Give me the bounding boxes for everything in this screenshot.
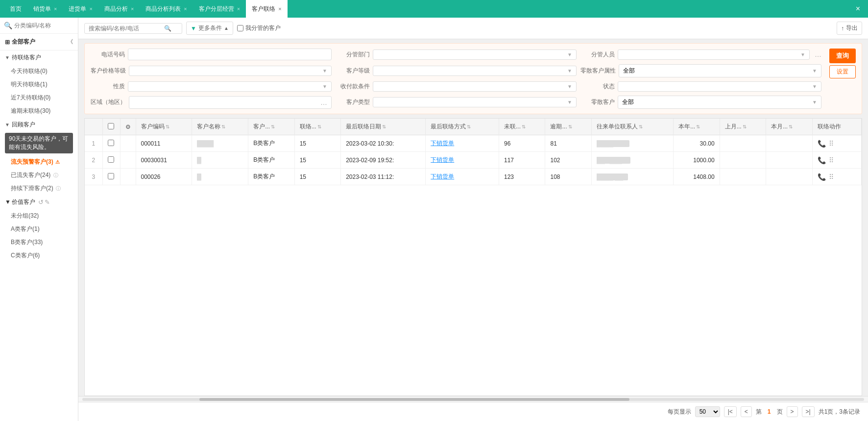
filter-panel: 电话号码 分管部门 ▼ 分管人员	[84, 43, 862, 114]
select-all-checkbox[interactable]	[108, 123, 114, 129]
phone-action-icon[interactable]: 📞	[818, 156, 826, 164]
nav-tab-analysis[interactable]: 商品分析 ×	[98, 0, 140, 18]
col-settings[interactable]: ⚙	[120, 119, 136, 135]
row-last-way[interactable]: 下销货单	[426, 152, 499, 169]
sidebar-item-a-class[interactable]: A类客户(1)	[0, 223, 78, 236]
sort-icon[interactable]: ⇅	[789, 124, 793, 129]
region-select[interactable]: …	[129, 96, 332, 109]
col-action: 联络动作	[812, 119, 861, 135]
phone-input[interactable]	[128, 49, 332, 60]
sidebar-section-value[interactable]: ▼ 价值客户 ↺ ✎	[0, 195, 78, 209]
row-checkbox[interactable]	[102, 152, 120, 169]
sort-icon[interactable]: ⇅	[467, 124, 471, 129]
sidebar-item-ungrouped[interactable]: 未分组(32)	[0, 209, 78, 223]
dept-select[interactable]: ▼	[373, 50, 577, 60]
more-button[interactable]: …	[815, 50, 821, 58]
search-input[interactable]	[89, 25, 162, 32]
sidebar-section-review[interactable]: ▼ 回顾客户	[0, 118, 78, 132]
export-icon: ↑	[841, 25, 844, 32]
prev-page-button[interactable]: <	[741, 406, 752, 417]
price-grade-select[interactable]: ▼	[129, 66, 332, 76]
sidebar-item-declining[interactable]: 持续下滑客户(2) ⓘ	[0, 182, 78, 195]
scrollbar-thumb[interactable]	[199, 398, 629, 401]
window-close-button[interactable]: ×	[852, 4, 864, 13]
last-page-button[interactable]: >|	[802, 406, 815, 417]
sort-icon[interactable]: ⇅	[382, 124, 386, 129]
sidebar-all-customers[interactable]: ⊞ 全部客户 《	[0, 34, 78, 50]
close-icon[interactable]: ×	[184, 6, 187, 12]
row-action[interactable]: 📞 ⠿	[812, 135, 861, 152]
row-action[interactable]: 📞 ⠿	[812, 169, 861, 185]
sort-icon[interactable]: ⇅	[317, 124, 321, 129]
search-input-wrap[interactable]: 🔍	[84, 23, 182, 34]
row-last-way[interactable]: 下销货单	[426, 135, 499, 152]
collapse-icon[interactable]: 《	[68, 38, 73, 46]
query-button[interactable]: 查询	[829, 49, 856, 63]
row-last-way[interactable]: 下销货单	[426, 169, 499, 185]
sidebar-item-churn-warning[interactable]: 流失预警客户(3) ⚠	[0, 155, 78, 169]
refresh-icon[interactable]: ↺	[38, 198, 44, 206]
person-select[interactable]: ▼	[618, 50, 810, 60]
sidebar-item-c-class[interactable]: C类客户(6)	[0, 249, 78, 262]
phone-action-icon[interactable]: 📞	[818, 173, 826, 181]
first-page-button[interactable]: |<	[724, 406, 737, 417]
sidebar-item-b-class[interactable]: B类客户(33)	[0, 236, 78, 249]
close-icon[interactable]: ×	[54, 6, 57, 12]
row-this-month	[766, 169, 813, 185]
row-checkbox[interactable]	[102, 135, 120, 152]
nav-tab-customer-tier[interactable]: 客户分层经营 ×	[193, 0, 246, 18]
sort-icon[interactable]: ⇅	[639, 124, 643, 129]
next-page-button[interactable]: >	[787, 406, 798, 417]
sort-icon[interactable]: ⇅	[696, 124, 700, 129]
status-select[interactable]: ▼	[618, 81, 821, 92]
phone-action-icon[interactable]: 📞	[818, 140, 826, 148]
nav-tab-customer-contact[interactable]: 客户联络 ×	[246, 0, 287, 18]
my-customers-checkbox-label[interactable]: 我分管的客户	[237, 24, 281, 32]
edit-icon[interactable]: ✎	[45, 198, 50, 206]
sort-icon[interactable]: ⇅	[221, 124, 225, 129]
more-button[interactable]: …	[320, 99, 327, 106]
col-checkbox[interactable]	[102, 119, 120, 135]
more-action-icon[interactable]: ⠿	[829, 173, 834, 181]
filter-row-3: 性质 ▼ 收付款条件 ▼	[91, 81, 821, 92]
scatter-customer-select[interactable]: 全部 ▼	[618, 96, 821, 109]
row-action[interactable]: 📞 ⠿	[812, 152, 861, 169]
row-checkbox[interactable]	[102, 169, 120, 185]
sidebar-section-pending[interactable]: ▼ 待联络客户	[0, 50, 78, 65]
customer-grade-select[interactable]: ▼	[373, 66, 577, 76]
customer-type-select[interactable]: ▼	[373, 97, 577, 107]
nav-tab-analysis-list[interactable]: 商品分析列表 ×	[140, 0, 193, 18]
nature-select[interactable]: ▼	[128, 81, 332, 92]
payment-select[interactable]: ▼	[373, 81, 577, 92]
settings-icon[interactable]: ⚙	[125, 124, 131, 130]
close-icon[interactable]: ×	[89, 6, 92, 12]
nav-tab-sales[interactable]: 销货单 ×	[27, 0, 63, 18]
my-customers-checkbox[interactable]	[237, 25, 243, 31]
more-action-icon[interactable]: ⠿	[829, 140, 834, 148]
sidebar-item-today[interactable]: 今天待联络(0)	[0, 65, 78, 78]
settings-button[interactable]: 设置	[829, 65, 856, 78]
close-icon[interactable]: ×	[278, 6, 281, 12]
sidebar-item-tomorrow[interactable]: 明天待联络(1)	[0, 78, 78, 91]
scatter-attr-select[interactable]: 全部 ▼	[619, 64, 821, 77]
horizontal-scrollbar[interactable]	[78, 396, 868, 402]
close-icon[interactable]: ×	[131, 6, 134, 12]
sidebar-search-input[interactable]	[14, 22, 74, 29]
nav-tab-purchase[interactable]: 进货单 ×	[63, 0, 98, 18]
nav-tab-home[interactable]: 首页	[4, 0, 27, 18]
sort-icon[interactable]: ⇅	[522, 124, 526, 129]
sort-icon[interactable]: ⇅	[166, 124, 169, 129]
sort-icon[interactable]: ⇅	[271, 124, 275, 129]
sidebar-item-churned[interactable]: 已流失客户(24) ⓘ	[0, 169, 78, 182]
per-page-select[interactable]: 50 100	[695, 406, 720, 417]
sort-icon[interactable]: ⇅	[568, 124, 572, 129]
col-level: 客户...⇅	[248, 119, 295, 135]
sidebar-item-overdue[interactable]: 逾期未联络(30)	[0, 104, 78, 118]
close-icon[interactable]: ×	[237, 6, 240, 12]
export-button[interactable]: ↑ 导出	[837, 22, 862, 35]
more-conditions-button[interactable]: ▼ 更多条件 ▲	[186, 22, 233, 35]
sidebar-item-week[interactable]: 近7天待联络(0)	[0, 91, 78, 104]
sort-icon[interactable]: ⇅	[743, 124, 747, 129]
more-action-icon[interactable]: ⠿	[829, 156, 834, 164]
scrollbar-track[interactable]	[82, 398, 864, 401]
